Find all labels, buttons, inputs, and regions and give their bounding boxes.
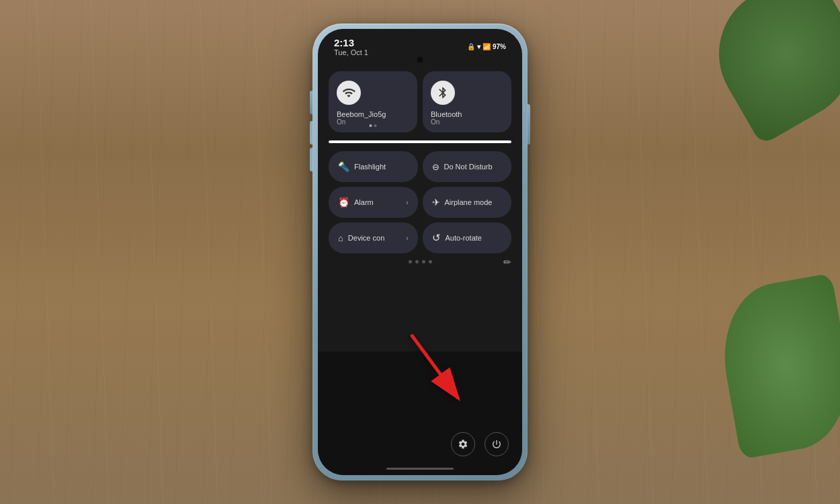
device-controls-icon: ⌂ <box>338 233 343 243</box>
phone-screen: 2:13 Tue, Oct 1 🔒 ▾ 📶 97% <box>318 29 522 475</box>
bluetooth-tile[interactable]: Bluetooth On <box>423 71 511 132</box>
page-dot-2 <box>415 260 419 263</box>
status-right-icons: 🔒 ▾ 📶 97% <box>467 43 506 50</box>
edit-icon[interactable]: ✏ <box>503 257 511 267</box>
bluetooth-tile-status: On <box>431 118 439 126</box>
airplane-icon: ✈ <box>432 197 440 208</box>
alarm-tile[interactable]: ⏰ Alarm › <box>329 187 418 218</box>
status-bar: 2:13 Tue, Oct 1 🔒 ▾ 📶 97% <box>318 29 522 59</box>
page-dot-1 <box>409 260 412 263</box>
small-tiles-grid: 🔦 Flashlight ⊖ Do Not Disturb ⏰ Alarm <box>329 151 511 253</box>
device-controls-tile[interactable]: ⌂ Device con › <box>329 222 418 253</box>
large-tiles-row: Beebom_Jio5g On <box>329 71 511 132</box>
status-date: Tue, Oct 1 <box>334 48 368 56</box>
page-controls: ✏ <box>329 260 511 263</box>
flashlight-icon: 🔦 <box>338 161 349 172</box>
bottom-action-icons <box>451 432 509 456</box>
wifi-tile-name: Beebom_Jio5g <box>337 110 386 118</box>
phone-body: 2:13 Tue, Oct 1 🔒 ▾ 📶 97% <box>312 24 528 480</box>
flashlight-tile[interactable]: 🔦 Flashlight <box>329 151 418 182</box>
brightness-bar[interactable] <box>329 140 511 143</box>
flashlight-label: Flashlight <box>354 163 386 171</box>
wifi-tile-icon <box>337 81 361 105</box>
settings-button[interactable] <box>451 432 475 456</box>
dnd-tile[interactable]: ⊖ Do Not Disturb <box>423 151 512 182</box>
device-controls-label: Device con <box>348 234 384 242</box>
small-tiles-row-3: ⌂ Device con › ↺ Auto-rotate <box>329 222 511 253</box>
bluetooth-tile-name: Bluetooth <box>431 110 462 118</box>
dnd-label: Do Not Disturb <box>444 163 493 171</box>
red-arrow-annotation <box>398 328 478 418</box>
wifi-tile-status: On <box>337 118 345 126</box>
phone-device: 2:13 Tue, Oct 1 🔒 ▾ 📶 97% <box>312 24 528 480</box>
wifi-tile[interactable]: Beebom_Jio5g On <box>329 71 417 132</box>
page-indicator-dots <box>409 260 432 263</box>
lock-icon: 🔒 <box>467 43 475 50</box>
dot-1 <box>370 124 372 127</box>
page-dot-3 <box>422 260 425 263</box>
home-indicator[interactable] <box>386 468 454 470</box>
device-controls-arrow-icon: › <box>406 235 408 242</box>
autorotate-icon: ↺ <box>432 232 441 244</box>
dnd-icon: ⊖ <box>432 162 439 172</box>
signal-icon: 📶 <box>482 43 491 50</box>
small-tiles-row-2: ⏰ Alarm › ✈ Airplane mode <box>329 187 511 218</box>
autorotate-tile[interactable]: ↺ Auto-rotate <box>423 222 512 253</box>
alarm-arrow-icon: › <box>406 199 408 206</box>
page-dot-4 <box>429 260 432 263</box>
quick-settings-panel: Beebom_Jio5g On <box>318 66 522 263</box>
airplane-label: Airplane mode <box>445 198 493 206</box>
small-tiles-row-1: 🔦 Flashlight ⊖ Do Not Disturb <box>329 151 511 182</box>
svg-line-1 <box>411 335 458 398</box>
bluetooth-tile-icon <box>431 81 455 105</box>
airplane-tile[interactable]: ✈ Airplane mode <box>423 187 512 218</box>
status-time: 2:13 <box>334 37 368 48</box>
power-button[interactable] <box>485 432 509 456</box>
alarm-label: Alarm <box>354 198 374 206</box>
autorotate-label: Auto-rotate <box>446 234 482 242</box>
dot-2 <box>374 124 377 127</box>
wifi-tile-dots <box>370 124 377 127</box>
alarm-icon: ⏰ <box>338 197 349 208</box>
battery-icon: 97% <box>493 43 506 50</box>
wifi-icon: ▾ <box>477 43 480 50</box>
